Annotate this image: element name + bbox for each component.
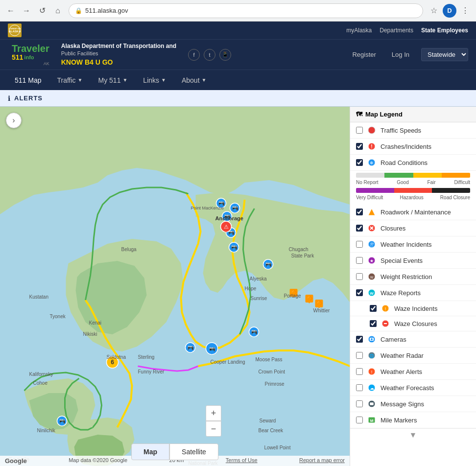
color-fair	[413, 173, 442, 178]
nikiski-label: Nikiski	[83, 331, 97, 337]
home-button[interactable]: ⌂	[51, 4, 65, 18]
facebook-icon[interactable]: f	[188, 49, 200, 61]
cameras-checkbox[interactable]	[356, 336, 363, 343]
legend-waze-incidents[interactable]: ! Waze Incidents	[350, 301, 476, 316]
login-button[interactable]: Log In	[388, 49, 413, 60]
satellite-view-button[interactable]: Satellite	[169, 443, 218, 460]
special-events-checkbox[interactable]	[356, 257, 363, 264]
address-bar[interactable]: 🔒 511.alaska.gov	[69, 3, 423, 18]
nav-about[interactable]: About ▼	[175, 72, 214, 88]
roadwork-label: Roadwork / Maintenance	[381, 209, 470, 216]
legend-special-events[interactable]: ★ Special Events	[350, 253, 476, 269]
map-toggle-button[interactable]: ›	[6, 113, 22, 128]
message-signs-label: Message Signs	[381, 400, 470, 408]
legend-weather-alerts[interactable]: ! Weather Alerts	[350, 364, 476, 380]
mobile-icon[interactable]: 📱	[219, 49, 231, 61]
legend-traffic-speeds[interactable]: Traffic Speeds	[350, 122, 476, 139]
legend-header[interactable]: 🗺 Map Legend	[350, 107, 476, 122]
traffic-speeds-checkbox[interactable]	[356, 127, 363, 134]
zoom-out-button[interactable]: −	[206, 421, 221, 437]
ninilchik-label: Ninilchik	[37, 428, 56, 433]
beluga-label: Beluga	[121, 247, 137, 252]
nav-traffic[interactable]: Traffic ▼	[50, 72, 89, 88]
scroll-indicator: ▼	[350, 428, 476, 442]
weather-incidents-checkbox[interactable]	[356, 241, 363, 248]
kustatan-label: Kustatan	[29, 294, 48, 300]
forward-button[interactable]: →	[20, 4, 33, 18]
traveler-logo-text: Traveler	[12, 44, 49, 53]
legend-message-signs[interactable]: Message Signs	[350, 396, 476, 412]
waze-reports-checkbox[interactable]	[356, 289, 363, 296]
weather-radar-checkbox[interactable]	[356, 352, 363, 359]
legend-road-conditions[interactable]: ❄ Road Conditions	[350, 155, 476, 171]
camera-pin-2: 📷	[230, 203, 240, 213]
alerts-label: ALERTS	[14, 94, 43, 102]
state-park-label: State Park	[291, 253, 315, 258]
legend-crashes[interactable]: ! Crashes/Incidents	[350, 139, 476, 155]
crashes-checkbox[interactable]	[356, 143, 363, 150]
primrose-label: Primrose	[265, 381, 285, 387]
weather-radar-label: Weather Radar	[381, 352, 470, 359]
weight-restriction-icon: W	[367, 272, 377, 281]
cohoe-label: Cohoe	[33, 380, 48, 386]
twitter-icon[interactable]: t	[204, 49, 215, 61]
weight-restriction-checkbox[interactable]	[356, 273, 363, 280]
legend-waze-closures[interactable]: Waze Closures	[350, 316, 476, 331]
nav-links[interactable]: Links ▼	[136, 72, 173, 88]
alerts-bar: ℹ ALERTS	[0, 90, 476, 107]
map-view-button[interactable]: Map	[131, 443, 169, 460]
map-container[interactable]: 📷 📷 📷 📷 📷	[0, 107, 350, 466]
moose-pass-label: Moose Pass	[256, 357, 283, 362]
bookmark-button[interactable]: ☆	[427, 4, 441, 18]
legend-weight-restriction[interactable]: W Weight Restriction	[350, 269, 476, 285]
svg-point-75	[371, 338, 373, 340]
road-condition-labels-2: Very Difficult Hazardous Road Closure	[356, 195, 470, 200]
color-hazardous	[394, 188, 432, 193]
road-conditions-checkbox[interactable]	[356, 159, 363, 166]
state-employees-link[interactable]: State Employees	[421, 27, 468, 34]
seward-label: Seward	[260, 418, 276, 423]
message-signs-checkbox[interactable]	[356, 400, 363, 407]
weather-alerts-checkbox[interactable]	[356, 368, 363, 375]
legend-weather-forecasts[interactable]: ☁ Weather Forecasts	[350, 380, 476, 396]
terms-of-use-link[interactable]: Terms of Use	[226, 457, 258, 465]
sunrise-label: Sunrise	[251, 296, 267, 301]
tagline: KNOW B4 U GO	[61, 58, 176, 68]
special-events-label: Special Events	[381, 257, 470, 264]
main-content: 📷 📷 📷 📷 📷	[0, 107, 476, 466]
statewide-select[interactable]: Statewide	[421, 48, 468, 61]
camera-pin-7: 📷	[186, 343, 195, 352]
back-button[interactable]: ←	[4, 4, 18, 18]
nav-my511[interactable]: My 511 ▼	[92, 72, 135, 88]
legend-cameras[interactable]: Cameras	[350, 331, 476, 348]
alerts-info-icon: ℹ	[8, 94, 10, 102]
waze-incidents-checkbox[interactable]	[370, 305, 377, 312]
zoom-in-button[interactable]: +	[206, 405, 221, 421]
camera-pin-10: 📷	[57, 416, 67, 426]
legend-weather-radar[interactable]: 🌐 Weather Radar	[350, 348, 476, 364]
mile-markers-checkbox[interactable]	[356, 417, 363, 423]
refresh-button[interactable]: ↺	[35, 4, 49, 18]
legend-closures[interactable]: Closures	[350, 220, 476, 236]
myalaska-link[interactable]: myAlaska	[346, 27, 372, 34]
weather-forecasts-checkbox[interactable]	[356, 384, 363, 391]
label-hazardous: Hazardous	[400, 195, 423, 200]
legend-roadwork[interactable]: Roadwork / Maintenance	[350, 204, 476, 220]
profile-button[interactable]: D	[443, 4, 456, 18]
nav-511map[interactable]: 511 Map	[8, 72, 48, 88]
portage-label: Portage	[284, 293, 301, 299]
departments-link[interactable]: Departments	[380, 27, 413, 34]
closures-icon	[367, 223, 377, 233]
roadwork-checkbox[interactable]	[356, 209, 363, 215]
funny-river-label: Funny River	[138, 369, 165, 374]
crashes-icon: !	[367, 141, 377, 151]
legend-waze-reports[interactable]: W Waze Reports	[350, 285, 476, 301]
report-map-error-link[interactable]: Report a map error	[299, 457, 345, 465]
more-button[interactable]: ⋮	[458, 4, 472, 18]
register-button[interactable]: Register	[348, 49, 380, 60]
waze-closures-checkbox[interactable]	[370, 320, 377, 327]
closures-checkbox[interactable]	[356, 225, 363, 232]
legend-mile-markers[interactable]: M Mile Markers	[350, 412, 476, 428]
road-condition-bar: No Report Good Fair Difficult Very Diffi…	[356, 173, 470, 200]
legend-weather-incidents[interactable]: ⛈ Weather Incidents	[350, 236, 476, 253]
